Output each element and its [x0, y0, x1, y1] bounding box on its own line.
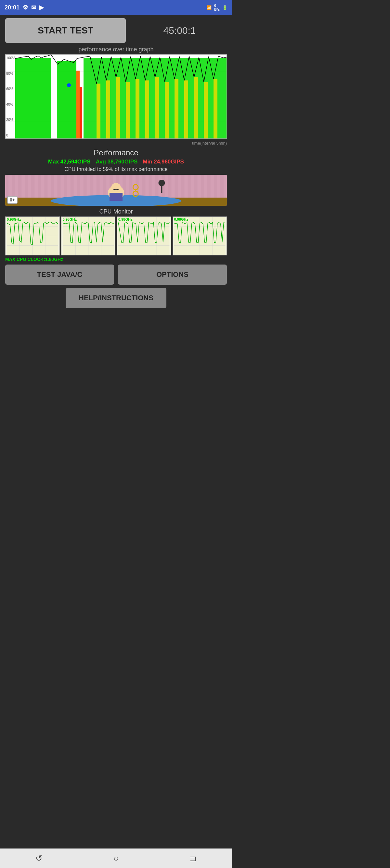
throttle-text: CPU throttled to 59% of its max performa… — [5, 166, 227, 172]
play-icon: ▶ — [39, 4, 44, 11]
cpu-freq-4: 0.98GHz — [174, 217, 188, 221]
svg-point-26 — [67, 83, 71, 87]
cpu-graph-1: 0.98GHz — [5, 216, 60, 255]
help-btn-row: HELP/INSTRUCTIONS — [5, 288, 227, 308]
svg-rect-9 — [57, 61, 77, 138]
svg-point-34 — [111, 183, 121, 193]
performance-stats: Max 42,594GIPS Avg 38,760GIPS Min 24,960… — [5, 159, 227, 165]
svg-rect-16 — [126, 82, 130, 138]
start-test-button[interactable]: START TEST — [5, 18, 126, 43]
help-instructions-button[interactable]: HELP/INSTRUCTIONS — [66, 288, 167, 308]
svg-rect-11 — [80, 87, 82, 138]
ad-banner: 0+ — [5, 175, 227, 206]
performance-graph: 100% 80% 60% 40% 20% 0 — [5, 54, 227, 139]
cpu-graph-3: 0.98GHz — [117, 216, 171, 255]
cpu-max-clock: MAX CPU CLOCK:1.80GHz — [5, 257, 227, 262]
email-icon: ✉ — [31, 4, 36, 11]
cpu-freq-2: 0.98GHz — [63, 217, 77, 221]
svg-rect-25 — [213, 79, 217, 138]
cpu-graph-4: 0.98GHz — [173, 216, 227, 255]
svg-rect-18 — [145, 80, 149, 138]
cpu-monitor-title: CPU Monitor — [5, 208, 227, 215]
svg-rect-33 — [110, 193, 122, 201]
svg-rect-14 — [106, 80, 110, 138]
cpu-freq-1: 0.98GHz — [7, 217, 21, 221]
status-right: 📶 0B/s 🔋 — [206, 4, 228, 11]
svg-rect-8 — [51, 55, 57, 138]
perf-avg: Avg 38,760GIPS — [95, 159, 138, 165]
svg-rect-13 — [96, 84, 100, 138]
perf-min: Min 24,960GIPS — [143, 159, 184, 165]
status-bar: 20:01 ⚙ ✉ ▶ 📶 0B/s 🔋 — [0, 0, 232, 15]
battery-icon: 🔋 — [222, 5, 228, 10]
main-content: START TEST 45:00:1 performance over time… — [0, 15, 232, 318]
svg-rect-15 — [116, 77, 120, 138]
cpu-graph-2: 0.98GHz — [61, 216, 116, 255]
svg-rect-20 — [165, 82, 169, 138]
svg-rect-19 — [155, 77, 159, 138]
options-button[interactable]: OPTIONS — [118, 265, 227, 285]
svg-rect-22 — [184, 80, 188, 138]
timer-display: 45:00:1 — [132, 25, 227, 36]
performance-title: Performance — [5, 148, 227, 157]
perf-max: Max 42,594GIPS — [48, 159, 90, 165]
status-left: 20:01 ⚙ ✉ ▶ — [4, 4, 44, 11]
data-speed: 0B/s — [214, 4, 220, 11]
cpu-svg-4 — [173, 217, 227, 255]
ad-illustration — [5, 175, 227, 206]
cpu-svg-3 — [117, 217, 171, 255]
cpu-graphs-row: 0.98GHz 0.98GHz — [5, 216, 227, 255]
btn-row: TEST JAVA/C OPTIONS — [5, 265, 227, 285]
graph-time-label: time(interval 5min) — [5, 141, 227, 146]
graph-title: performance over time graph — [5, 46, 227, 53]
graph-svg — [5, 55, 227, 138]
status-time: 20:01 — [4, 4, 20, 11]
svg-rect-7 — [15, 58, 51, 138]
top-row: START TEST 45:00:1 — [5, 18, 227, 43]
wifi-icon: 📶 — [206, 5, 212, 10]
test-java-c-button[interactable]: TEST JAVA/C — [5, 265, 114, 285]
performance-section: Performance Max 42,594GIPS Avg 38,760GIP… — [5, 148, 227, 172]
settings-icon: ⚙ — [23, 4, 28, 11]
cpu-svg-2 — [61, 217, 115, 255]
svg-rect-23 — [194, 77, 198, 138]
svg-rect-39 — [161, 186, 162, 193]
svg-rect-21 — [175, 79, 178, 138]
svg-point-38 — [158, 180, 165, 186]
cpu-freq-3: 0.98GHz — [118, 217, 132, 221]
svg-rect-10 — [77, 71, 80, 138]
cpu-svg-1 — [5, 217, 59, 255]
svg-rect-24 — [204, 82, 208, 138]
ad-age-badge: 0+ — [7, 196, 18, 204]
svg-rect-17 — [136, 79, 140, 138]
